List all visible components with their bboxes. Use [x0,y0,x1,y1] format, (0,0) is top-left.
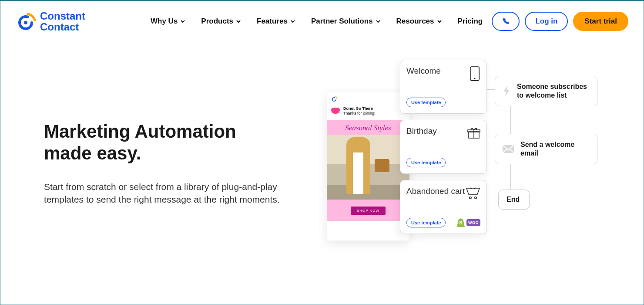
connector-line [487,89,495,90]
header-actions: Log in Start trial [492,12,628,31]
flow-node-label: Send a welcome email [520,140,590,158]
nav-partner-label: Partner Solutions [311,17,373,26]
flow-node-label: End [506,195,520,204]
automation-illustration: Donut Go There Thanks for joining! Seaso… [327,60,610,295]
lips-icon [331,108,340,114]
flow-node-trigger: Someone subscribes to welcome list [495,76,597,106]
brand-line2: Contact [40,21,85,32]
woocommerce-icon: WOO [466,219,480,226]
chevron-down-icon [437,19,442,24]
nav-why-us-label: Why Us [151,17,178,26]
lightning-icon [502,85,511,97]
phone-device-icon [469,66,480,81]
image-pants [353,152,363,194]
template-card-birthday[interactable]: Birthday Use template [400,120,487,174]
constant-contact-mini-icon [331,96,337,102]
svg-point-2 [332,98,336,102]
hero-copy: Marketing Automation made easy. Start fr… [44,121,288,206]
template-title: Abandoned cart [406,186,465,196]
email-cta-bar: SHOP NOW [327,200,409,221]
flow-node-end: End [498,190,530,210]
svg-point-1 [24,21,27,24]
flow-node-action: Send a welcome email [495,134,597,164]
email-preview-card: Donut Go There Thanks for joining! Seaso… [327,92,409,241]
chevron-down-icon [376,19,381,24]
nav-partner-solutions[interactable]: Partner Solutions [311,17,381,26]
image-handbag [375,159,389,172]
connector-line [510,163,511,190]
hero-section: Marketing Automation made easy. Start fr… [0,42,644,206]
nav-products[interactable]: Products [201,17,241,26]
nav-pricing-label: Pricing [458,17,483,26]
nav-resources[interactable]: Resources [396,17,442,26]
site-header: Constant Contact Why Us Products Feature… [0,1,644,42]
chevron-down-icon [236,19,241,24]
brand-name: Constant Contact [40,10,85,32]
nav-products-label: Products [201,17,233,26]
start-trial-button[interactable]: Start trial [573,12,628,31]
email-banner-title: Seasonal Styles [327,120,409,135]
email-sender-name: Donut Go There [343,106,376,111]
nav-pricing[interactable]: Pricing [458,17,483,26]
nav-why-us[interactable]: Why Us [151,17,185,26]
envelope-icon [502,145,514,153]
chevron-down-icon [290,19,295,24]
nav-features-label: Features [257,17,288,26]
svg-line-8 [471,187,472,189]
brand-logo[interactable]: Constant Contact [16,10,85,32]
shopify-icon: S [457,218,465,227]
email-sender-tagline: Thanks for joining! [343,111,376,116]
use-template-button[interactable]: Use template [406,158,446,167]
email-preview-sender-text: Donut Go There Thanks for joining! [343,106,376,116]
connector-line [510,106,511,134]
login-button[interactable]: Log in [525,12,568,31]
nav-resources-label: Resources [396,17,434,26]
email-hero-image [327,135,409,200]
template-card-abandoned-cart[interactable]: Abandoned cart Use template S WOO [400,180,487,234]
template-title: Welcome [406,66,441,76]
use-template-button[interactable]: Use template [406,98,446,107]
cart-icon [466,186,480,200]
gift-icon [467,126,480,139]
primary-nav: Why Us Products Features Partner Solutio… [151,17,483,26]
hero-subtitle: Start from scratch or select from a libr… [44,180,288,206]
phone-button[interactable] [492,12,520,31]
template-card-welcome[interactable]: Welcome Use template [400,60,487,114]
template-title: Birthday [406,126,437,136]
svg-point-10 [470,197,471,199]
phone-icon [502,17,510,25]
svg-point-11 [475,197,476,199]
brand-line1: Constant [40,10,85,21]
svg-point-4 [474,78,476,79]
shop-now-button[interactable]: SHOP NOW [351,207,386,215]
ecommerce-badges: S WOO [457,218,480,227]
nav-features[interactable]: Features [257,17,295,26]
constant-contact-icon [16,11,36,31]
email-preview-sender: Donut Go There Thanks for joining! [327,104,409,120]
hero-title: Marketing Automation made easy. [44,121,288,165]
svg-line-9 [474,187,475,189]
flow-node-label: Someone subscribes to welcome list [517,82,590,100]
use-template-button[interactable]: Use template [406,218,446,227]
email-preview-logo-row [327,92,409,104]
chevron-down-icon [180,19,185,24]
